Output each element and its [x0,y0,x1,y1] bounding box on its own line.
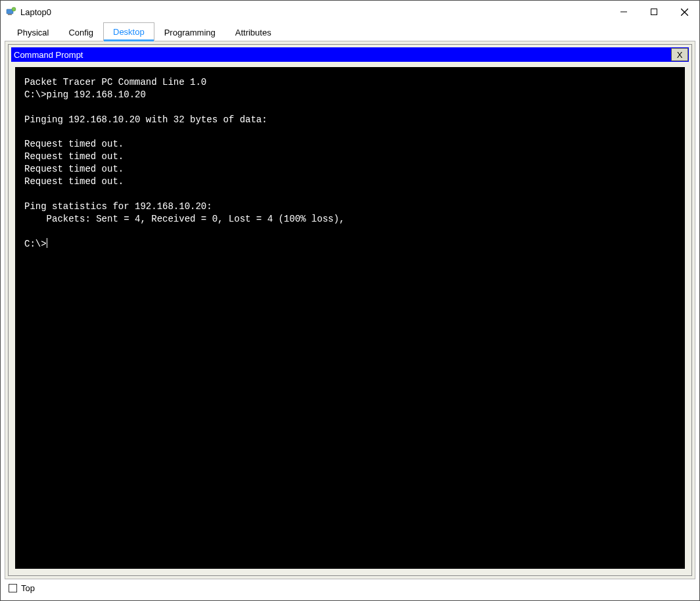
svg-rect-1 [8,14,12,15]
tab-config[interactable]: Config [58,23,103,41]
terminal-container: Packet Tracer PC Command Line 1.0 C:\>pi… [11,62,689,573]
tab-bar: Physical Config Desktop Programming Attr… [5,23,695,41]
top-checkbox[interactable] [9,584,17,592]
top-checkbox-label: Top [21,583,35,593]
svg-point-2 [12,7,16,11]
applet-titlebar: Command Prompt X [11,47,689,62]
app-window: Laptop0 Physical Config Desktop Programm… [0,0,700,601]
titlebar: Laptop0 [1,1,699,23]
client-area: Physical Config Desktop Programming Attr… [1,23,699,600]
bottom-bar: Top [5,579,695,596]
applet-close-button[interactable]: X [671,48,688,61]
window-controls [609,1,699,23]
command-prompt-terminal[interactable]: Packet Tracer PC Command Line 1.0 C:\>pi… [15,67,685,569]
titlebar-left: Laptop0 [6,7,51,17]
tab-physical[interactable]: Physical [7,23,58,41]
minimize-button[interactable] [609,1,639,23]
tab-programming[interactable]: Programming [154,23,225,41]
inner-frame: Command Prompt X Packet Tracer PC Comman… [8,44,692,576]
maximize-button[interactable] [639,1,669,23]
tab-attributes[interactable]: Attributes [225,23,281,41]
applet-title: Command Prompt [14,50,83,60]
app-icon [6,7,16,17]
close-button[interactable] [669,1,699,23]
window-title: Laptop0 [20,7,51,17]
svg-rect-4 [651,9,657,15]
content-frame: Command Prompt X Packet Tracer PC Comman… [5,41,695,579]
tab-desktop[interactable]: Desktop [103,22,154,41]
